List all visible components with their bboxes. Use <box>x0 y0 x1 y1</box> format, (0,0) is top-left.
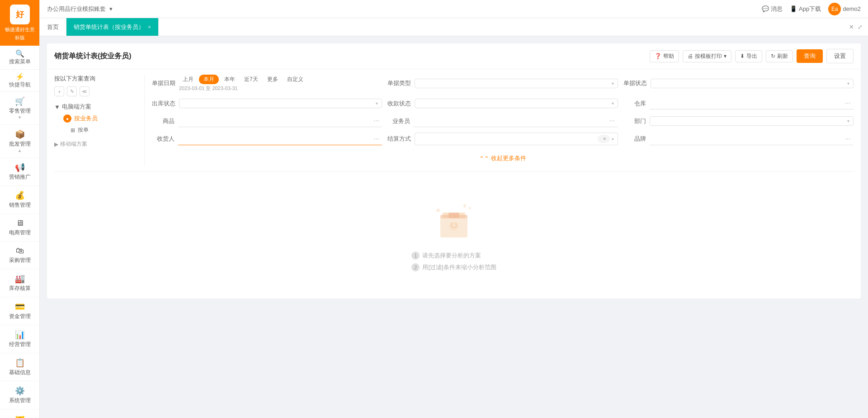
sidebar-item-sales[interactable]: 💰 销售管理 <box>0 186 39 214</box>
collapse-btn[interactable]: ⌃⌃ 收起更多条件 <box>152 151 854 166</box>
brand-label: 品牌 <box>623 135 646 143</box>
sidebar-item-enterprise[interactable]: 🤝 企业协同 <box>0 409 39 418</box>
edit-scheme-btn[interactable]: ✎ <box>67 86 77 96</box>
step-num-1: 1 <box>411 252 420 260</box>
tab-close-btn[interactable]: × <box>148 24 151 30</box>
tab-expand-area: ✕ ⤢ <box>844 24 868 30</box>
sidebar-item-marketing[interactable]: 📢 营销推广 <box>0 158 39 186</box>
scheme-by-order[interactable]: ⊞ 按单 <box>54 124 139 136</box>
doc-type-select[interactable]: ▾ <box>415 79 618 88</box>
desktop-scheme-parent[interactable]: ▼ 电脑端方案 <box>54 101 139 113</box>
svg-rect-3 <box>440 215 467 218</box>
recv-status-select[interactable]: ▾ <box>415 99 618 108</box>
home-tab-label: 首页 <box>47 23 59 31</box>
tab-bar: 首页 销货单统计表（按业务员） × ✕ ⤢ <box>40 18 868 36</box>
brand-input[interactable]: ··· <box>650 133 854 145</box>
inventory-icon: 🏭 <box>15 274 25 284</box>
dept-label: 部门 <box>623 117 646 125</box>
svg-point-6 <box>455 223 457 225</box>
date-tab-7days[interactable]: 近7天 <box>241 75 262 84</box>
empty-icon <box>431 199 476 244</box>
sidebar-item-basic[interactable]: 📋 基础信息 <box>0 353 39 381</box>
out-status-field: 出库状态 ▾ <box>152 99 382 108</box>
filter-row-3: 商品 ··· 业务员 ··· <box>152 115 854 127</box>
sidebar-quick-nav[interactable]: ⚡ 快捷导航 <box>0 70 39 92</box>
mobile-scheme-parent[interactable]: ▶ 移动端方案 <box>54 138 139 150</box>
recv-status-label: 收款状态 <box>387 100 411 108</box>
page-header: 销货单统计表(按业务员) ❓ 帮助 🖨 按模板打印 ▾ ⬇ 导出 <box>47 43 861 69</box>
help-icon: ❓ <box>655 53 661 59</box>
doc-type-chevron: ▾ <box>612 81 614 86</box>
app-download-btn[interactable]: 📱 App下载 <box>790 5 821 13</box>
template-print-btn[interactable]: 🖨 按模板打印 ▾ <box>683 50 731 62</box>
export-icon: ⬇ <box>740 53 745 59</box>
salesperson-field: 业务员 ··· <box>387 115 618 127</box>
date-tab-this-year[interactable]: 本年 <box>221 75 239 84</box>
filter-row-4: 收货人 ··· 结算方式 <box>152 133 854 145</box>
page-actions: ❓ 帮助 🖨 按模板打印 ▾ ⬇ 导出 ↻ 刷新 <box>650 49 854 63</box>
expand-icon[interactable]: ⤢ <box>858 24 863 30</box>
payment-select[interactable]: × ▾ <box>415 133 618 145</box>
payment-clear-x[interactable]: × <box>603 136 606 142</box>
messages-btn[interactable]: 💬 消息 <box>762 5 783 13</box>
enterprise-icon: 🤝 <box>15 414 25 418</box>
empty-state: 1 请先选择要分析的方案 2 用[过滤]条件来缩小分析范围 <box>47 172 861 299</box>
user-area[interactable]: Ea demo2 <box>828 3 861 15</box>
recv-status-field: 收款状态 ▾ <box>387 99 618 108</box>
export-btn[interactable]: ⬇ 导出 <box>735 50 762 62</box>
sidebar-item-system[interactable]: ⚙️ 系统管理 <box>0 381 39 409</box>
refresh-btn[interactable]: ↻ 刷新 <box>766 50 793 62</box>
sidebar-search[interactable]: 🔍 搜索菜单 <box>0 46 39 70</box>
date-range-value: 2023-03-01 至 2023-03-31 <box>179 85 382 92</box>
recv-name-input[interactable]: ··· <box>178 133 382 145</box>
sidebar-item-purchase[interactable]: 🛍 采购管理 <box>0 242 39 269</box>
out-status-select[interactable]: ▾ <box>179 99 382 108</box>
doc-type-label: 单据类型 <box>387 79 411 87</box>
retail-icon: 🛒 <box>15 96 25 106</box>
sidebar-item-finance[interactable]: 💳 资金管理 <box>0 297 39 325</box>
doc-status-chevron: ▾ <box>847 81 849 86</box>
dept-chevron: ▾ <box>847 119 849 124</box>
order-icon: ⊞ <box>71 127 75 133</box>
help-btn[interactable]: ❓ 帮助 <box>650 50 679 62</box>
setting-btn[interactable]: 设置 <box>826 49 854 63</box>
scheme-title: 按以下方案查询 <box>54 75 139 83</box>
tree-collapse-icon: ▼ <box>54 104 60 110</box>
warehouse-dots: ··· <box>845 99 851 107</box>
query-btn[interactable]: 查询 <box>797 49 823 63</box>
payment-clear-tag: × <box>598 135 610 143</box>
date-tab-this-month[interactable]: 本月 <box>199 75 219 84</box>
sidebar-item-wholesale[interactable]: 📦 批发管理 ▲ <box>0 125 39 158</box>
doc-status-field: 单据状态 ▾ <box>623 79 854 88</box>
message-icon: 💬 <box>762 5 769 12</box>
sidebar-item-operations[interactable]: 📊 经营管理 <box>0 325 39 353</box>
filter-row-1: 单据日期 上月 本月 本年 近7天 更多 自定义 20 <box>152 75 854 92</box>
close-all-icon[interactable]: ✕ <box>849 24 854 30</box>
dept-select[interactable]: ▾ <box>650 116 854 126</box>
svg-point-7 <box>436 209 440 212</box>
salesperson-input[interactable]: ··· <box>414 115 618 127</box>
add-scheme-btn[interactable]: ＋ <box>54 86 64 96</box>
filter-form: 单据日期 上月 本月 本年 近7天 更多 自定义 20 <box>145 75 854 166</box>
goods-field: 商品 ··· <box>152 115 382 127</box>
sidebar-logo[interactable]: 好 畅捷通好生意 标版 <box>0 0 39 46</box>
scheme-by-salesperson[interactable]: ● 按业务员 <box>54 113 139 124</box>
date-tab-custom[interactable]: 自定义 <box>283 75 307 84</box>
collapse-scheme-btn[interactable]: ≪ <box>80 86 90 96</box>
breadcrumb-text: 办公用品行业模拟账套 <box>47 5 106 13</box>
sidebar-item-retail[interactable]: 🛒 零售管理 ▼ <box>0 92 39 125</box>
sidebar-item-ecommerce[interactable]: 🖥 电商管理 <box>0 214 39 242</box>
payment-field: 结算方式 × ▾ <box>387 133 618 145</box>
doc-type-field: 单据类型 ▾ <box>387 79 618 88</box>
goods-input[interactable]: ··· <box>178 115 382 127</box>
date-tab-last-month[interactable]: 上月 <box>179 75 197 84</box>
print-icon: 🖨 <box>688 53 693 59</box>
doc-status-select[interactable]: ▾ <box>651 79 854 88</box>
print-dropdown-icon: ▾ <box>724 53 726 59</box>
empty-step-2: 2 用[过滤]条件来缩小分析范围 <box>411 263 496 271</box>
sidebar-item-inventory[interactable]: 🏭 库存核算 <box>0 269 39 297</box>
tab-home[interactable]: 首页 <box>40 18 66 36</box>
warehouse-input[interactable]: ··· <box>650 97 854 109</box>
date-tab-more[interactable]: 更多 <box>264 75 282 84</box>
tab-sales-stat[interactable]: 销货单统计表（按业务员） × <box>66 18 159 36</box>
